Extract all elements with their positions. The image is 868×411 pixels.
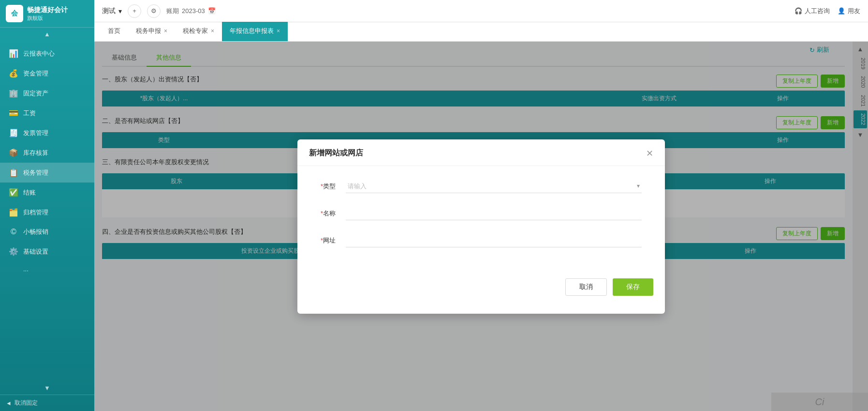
form-row-type: *类型 ▾ bbox=[321, 180, 642, 193]
sidebar-item-cloud-report[interactable]: 📊云报表中心 bbox=[0, 44, 94, 63]
sidebar-item-basic-settings[interactable]: ⚙️基础设置 bbox=[0, 242, 94, 261]
tax-mgmt-icon: 📋 bbox=[9, 168, 18, 177]
sidebar-scroll-up[interactable]: ▲ bbox=[0, 28, 94, 41]
dialog-header: 新增网站或网店 ✕ bbox=[297, 139, 665, 166]
sidebar-item-archive[interactable]: 🗂️归档管理 bbox=[0, 202, 94, 222]
name-input[interactable] bbox=[346, 207, 642, 220]
tab-tax-inspect[interactable]: 税检专家× bbox=[175, 22, 222, 41]
dialog-body: *类型 ▾ *名称 bbox=[297, 166, 665, 271]
archive-icon: 🗂️ bbox=[9, 208, 18, 217]
dialog-close-button[interactable]: ✕ bbox=[646, 148, 653, 159]
tab-tax-declare[interactable]: 税务申报× bbox=[128, 22, 175, 41]
tab-home[interactable]: 首页 bbox=[100, 22, 128, 41]
topbar-right: 🎧 人工咨询 👤 用友 bbox=[794, 7, 860, 15]
salary-icon: 💳 bbox=[9, 108, 18, 118]
period-display: 账期 2023-03 📅 bbox=[166, 7, 216, 15]
logo-icon: 会 bbox=[6, 5, 23, 22]
tab-close-tax-inspect[interactable]: × bbox=[211, 28, 214, 34]
dropdown-arrow-icon: ▾ bbox=[637, 183, 640, 189]
sidebar-item-accounting[interactable]: ✅结账 bbox=[0, 183, 94, 202]
sidebar-logo[interactable]: 会 畅捷通好会计 旗舰版 bbox=[0, 0, 94, 28]
save-button[interactable]: 保存 bbox=[613, 278, 653, 296]
chevron-down-icon: ▾ bbox=[118, 7, 122, 15]
sidebar-scroll-down[interactable]: ▼ bbox=[0, 381, 94, 395]
tab-close-tax-declare[interactable]: × bbox=[164, 28, 167, 34]
sidebar-item-invoice-mgmt[interactable]: 🧾发票管理 bbox=[0, 123, 94, 143]
user-icon: 👤 bbox=[838, 7, 845, 15]
calendar-icon[interactable]: 📅 bbox=[208, 7, 216, 15]
url-label: *网址 bbox=[321, 236, 340, 245]
sidebar-item-more[interactable]: ··· bbox=[0, 261, 94, 279]
sidebar-item-inventory[interactable]: 📦库存核算 bbox=[0, 143, 94, 163]
ai-consult-button[interactable]: 🎧 人工咨询 bbox=[794, 7, 830, 15]
sidebar-item-fixed-assets[interactable]: 🏢固定资产 bbox=[0, 83, 94, 103]
main-content: 测试 ▾ + ⚙ 账期 2023-03 📅 🎧 人工咨询 👤 用友 首页税务申报… bbox=[94, 0, 868, 411]
settings-icon[interactable]: ⚙ bbox=[147, 4, 161, 18]
accounting-icon: ✅ bbox=[9, 188, 18, 197]
company-selector[interactable]: 测试 ▾ bbox=[102, 7, 122, 15]
add-button[interactable]: + bbox=[128, 4, 141, 18]
logo-sub: 旗舰版 bbox=[27, 15, 68, 22]
inventory-icon: 📦 bbox=[9, 148, 18, 157]
form-row-url: *网址 bbox=[321, 234, 642, 247]
basic-settings-icon: ⚙️ bbox=[9, 247, 18, 256]
tab-close-annual-report[interactable]: × bbox=[277, 28, 280, 34]
dialog-title: 新增网站或网店 bbox=[309, 148, 363, 158]
headset-icon: 🎧 bbox=[794, 7, 802, 15]
tab-annual-report[interactable]: 年报信息申报表× bbox=[222, 22, 288, 41]
dialog-overlay: 新增网站或网店 ✕ *类型 ▾ bbox=[94, 42, 868, 411]
sidebar-item-xiaochang[interactable]: ©小畅报销 bbox=[0, 222, 94, 242]
company-name: 测试 bbox=[102, 7, 116, 15]
content-area: 基础信息 其他信息 ↻ 刷新 一、股东（发起人）出资情况【否】 复制上年度 新增 bbox=[94, 42, 868, 411]
type-input[interactable] bbox=[346, 180, 642, 193]
logo-text: 畅捷通好会计 bbox=[27, 5, 68, 14]
sidebar-item-tax-mgmt[interactable]: 📋税务管理 bbox=[0, 163, 94, 183]
url-input[interactable] bbox=[346, 234, 642, 247]
cancel-button[interactable]: 取消 bbox=[565, 278, 607, 296]
add-website-dialog: 新增网站或网店 ✕ *类型 ▾ bbox=[297, 139, 665, 314]
topbar: 测试 ▾ + ⚙ 账期 2023-03 📅 🎧 人工咨询 👤 用友 bbox=[94, 0, 868, 22]
fund-mgmt-icon: 💰 bbox=[9, 69, 18, 78]
form-row-name: *名称 bbox=[321, 207, 642, 220]
type-label: *类型 bbox=[321, 182, 340, 191]
name-input-wrap bbox=[346, 207, 642, 220]
fixed-assets-icon: 🏢 bbox=[9, 89, 18, 98]
sidebar: 会 畅捷通好会计 旗舰版 ▲ 📊云报表中心💰资金管理🏢固定资产💳工资🧾发票管理📦… bbox=[0, 0, 94, 411]
sidebar-item-salary[interactable]: 💳工资 bbox=[0, 103, 94, 123]
user-menu[interactable]: 👤 用友 bbox=[838, 7, 860, 15]
sidebar-item-fund-mgmt[interactable]: 💰资金管理 bbox=[0, 63, 94, 83]
url-input-wrap bbox=[346, 234, 642, 247]
tabs-bar: 首页税务申报×税检专家×年报信息申报表× bbox=[94, 22, 868, 42]
cancel-fix-button[interactable]: ◄ 取消固定 bbox=[0, 395, 94, 411]
name-label: *名称 bbox=[321, 209, 340, 218]
xiaochang-icon: © bbox=[9, 228, 18, 236]
dialog-footer: 取消 保存 bbox=[297, 271, 665, 307]
type-input-wrap: ▾ bbox=[346, 180, 642, 193]
sidebar-nav: 📊云报表中心💰资金管理🏢固定资产💳工资🧾发票管理📦库存核算📋税务管理✅结账🗂️归… bbox=[0, 41, 94, 381]
invoice-mgmt-icon: 🧾 bbox=[9, 128, 18, 137]
cloud-report-icon: 📊 bbox=[9, 49, 18, 58]
